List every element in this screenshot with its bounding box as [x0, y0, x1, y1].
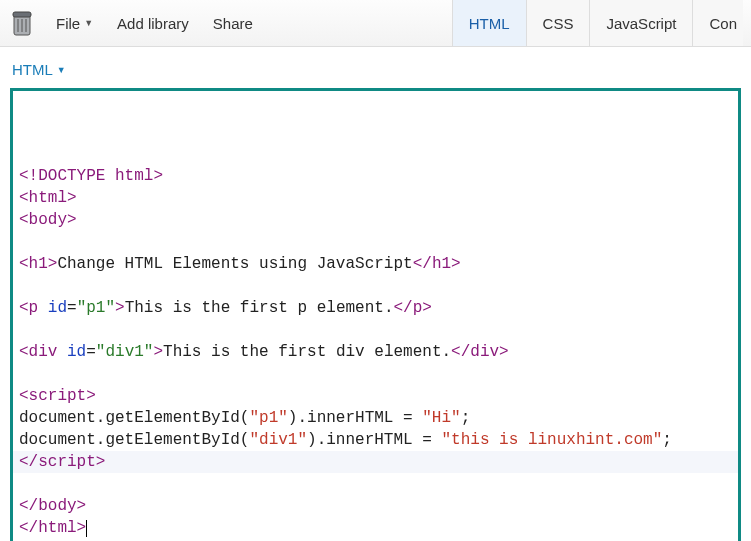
add-library-menu[interactable]: Add library [107, 9, 199, 38]
share-menu[interactable]: Share [203, 9, 263, 38]
tab-css[interactable]: CSS [526, 0, 590, 46]
panel-tabs: HTML CSS JavaScript Con [452, 0, 743, 46]
code-editor[interactable]: <!DOCTYPE html> <html> <body> <h1>Change… [13, 91, 738, 541]
file-menu-label: File [56, 15, 80, 32]
text-cursor [86, 520, 87, 537]
file-menu[interactable]: File ▼ [46, 9, 103, 38]
tab-console-label: Con [709, 15, 737, 32]
tab-console[interactable]: Con [692, 0, 743, 46]
language-selector-label: HTML [12, 61, 53, 78]
top-toolbar: File ▼ Add library Share HTML CSS JavaSc… [0, 0, 751, 47]
jsbin-logo-icon[interactable] [8, 9, 36, 37]
language-selector[interactable]: HTML ▼ [12, 61, 66, 78]
tab-js-label: JavaScript [606, 15, 676, 32]
share-label: Share [213, 15, 253, 32]
caret-down-icon: ▼ [57, 65, 66, 75]
tab-html-label: HTML [469, 15, 510, 32]
panel-subbar: HTML ▼ [0, 47, 751, 84]
tab-javascript[interactable]: JavaScript [589, 0, 692, 46]
add-library-label: Add library [117, 15, 189, 32]
tab-css-label: CSS [543, 15, 574, 32]
tab-html[interactable]: HTML [452, 0, 526, 46]
caret-down-icon: ▼ [84, 18, 93, 28]
svg-rect-1 [13, 12, 31, 17]
editor-frame: <!DOCTYPE html> <html> <body> <h1>Change… [10, 88, 741, 541]
